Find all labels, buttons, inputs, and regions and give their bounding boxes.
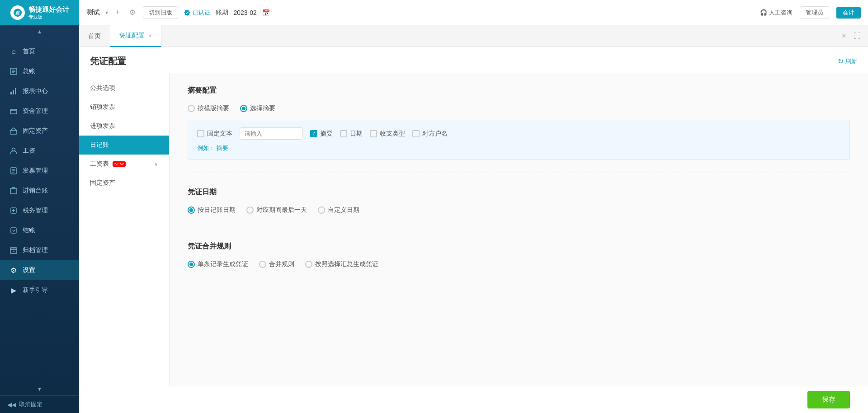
merge-select-radio[interactable]	[305, 261, 312, 268]
sidebar-item-invoice[interactable]: 发票管理	[0, 161, 79, 181]
left-nav: 公共选项 销项发票 进项发票 日记账 工资表 NEW ∨ 固定资产	[79, 73, 170, 413]
calendar-icon[interactable]: 📅	[262, 9, 270, 16]
sidebar-item-ledger-label: 总账	[23, 67, 35, 75]
sidebar-item-reports[interactable]: 报表中心	[0, 81, 79, 101]
left-nav-payroll[interactable]: 工资表 NEW ∨	[79, 155, 169, 174]
summary-check-label: 摘要	[320, 130, 333, 138]
merge-single-option[interactable]: 单条记录生成凭证	[188, 260, 248, 268]
old-version-btn[interactable]: 切到旧版	[143, 6, 178, 19]
sidebar-scroll-down[interactable]: ▼	[0, 383, 79, 395]
config-area: 摘要配置 按模版摘要 选择摘要 固定文本	[170, 73, 868, 413]
tab-config[interactable]: 凭证配置 ×	[110, 25, 161, 47]
date-lastday-option[interactable]: 对应期间最后一天	[246, 206, 307, 214]
sidebar-item-guide-label: 新手引导	[23, 286, 48, 294]
counterparty-check-option[interactable]: 对方户名	[412, 130, 448, 138]
sidebar-item-settings[interactable]: ⚙ 设置	[0, 260, 79, 280]
left-nav-payroll-label: 工资表	[90, 160, 109, 168]
sidebar-item-assets[interactable]: 固定资产	[0, 121, 79, 141]
project-name: 测试	[86, 8, 100, 17]
summary-select-radio[interactable]	[240, 105, 247, 112]
sidebar-pin-btn[interactable]: ◀◀ 取消固定	[0, 395, 79, 413]
home-icon: ⌂	[9, 47, 18, 56]
merge-section: 凭证合并规则 单条记录生成凭证 合并规则 按照选择汇总生成凭证	[188, 242, 850, 281]
fixed-text-checkbox[interactable]	[197, 130, 204, 137]
refresh-btn[interactable]: ↻ 刷新	[838, 57, 857, 66]
sidebar-item-invoice-label: 发票管理	[23, 167, 48, 175]
cashtype-checkbox[interactable]	[370, 130, 377, 137]
left-nav-public[interactable]: 公共选项	[79, 79, 169, 98]
sidebar-item-close[interactable]: 结账	[0, 221, 79, 240]
left-nav-purchase[interactable]: 进项发票	[79, 117, 169, 136]
main-content: 凭证配置 ↻ 刷新 公共选项 销项发票 进项发票 日记账 工资表 NEW	[79, 47, 868, 413]
fixed-text-option[interactable]: 固定文本	[197, 130, 232, 138]
summary-template-radio[interactable]	[188, 105, 195, 112]
refresh-label: 刷新	[845, 57, 857, 66]
sidebar-item-ledger[interactable]: 总账	[0, 61, 79, 81]
svg-text:财: 财	[15, 10, 20, 15]
merge-rule-option[interactable]: 合并规则	[259, 260, 294, 268]
purchase-icon	[9, 186, 18, 195]
cashtype-check-option[interactable]: 收支类型	[370, 130, 405, 138]
chevron-down-icon: ∨	[154, 161, 158, 167]
left-nav-public-label: 公共选项	[90, 84, 115, 92]
consult-label: 人工咨询	[769, 9, 793, 17]
admin-btn[interactable]: 管理员	[800, 6, 829, 19]
merge-select-option[interactable]: 按照选择汇总生成凭证	[305, 260, 378, 268]
fixed-text-input[interactable]	[240, 127, 303, 140]
add-project-btn[interactable]: +	[113, 6, 122, 19]
counterparty-checkbox[interactable]	[412, 130, 420, 137]
headset-icon: 🎧	[760, 9, 767, 16]
sidebar-item-fund[interactable]: 资金管理	[0, 101, 79, 121]
sidebar-item-close-label: 结账	[23, 226, 35, 235]
consult-btn[interactable]: 🎧 人工咨询	[760, 9, 793, 17]
summary-check-option[interactable]: 摘要	[310, 130, 333, 138]
refresh-icon: ↻	[838, 57, 844, 66]
merge-rule-radio[interactable]	[259, 261, 266, 268]
project-dropdown-icon[interactable]: ▾	[105, 9, 108, 16]
merge-single-label: 单条记录生成凭证	[198, 260, 248, 268]
sidebar-scroll-up[interactable]: ▲	[0, 25, 79, 38]
save-btn[interactable]: 保存	[807, 391, 850, 408]
sidebar-item-archive[interactable]: 归档管理	[0, 240, 79, 260]
date-checkbox[interactable]	[340, 130, 347, 137]
summary-options-box: 固定文本 摘要 日期 收支类型	[188, 120, 850, 160]
close-account-icon	[9, 226, 18, 235]
left-nav-journal[interactable]: 日记账	[79, 136, 169, 155]
date-check-option[interactable]: 日期	[340, 130, 363, 138]
sidebar-item-payroll[interactable]: 工资	[0, 141, 79, 161]
sidebar-item-home[interactable]: ⌂ 首页	[0, 42, 79, 61]
date-radio-group: 按日记账日期 对应期间最后一天 自定义日期	[188, 206, 850, 214]
date-journal-option[interactable]: 按日记账日期	[188, 206, 236, 214]
sidebar-nav: ⌂ 首页 总账 报表中心 资金管理 固定资产	[0, 38, 79, 383]
date-check-label: 日期	[350, 130, 363, 138]
date-custom-option[interactable]: 自定义日期	[318, 206, 359, 214]
date-custom-radio[interactable]	[318, 206, 325, 214]
tab-home[interactable]: 首页	[79, 25, 110, 47]
tab-close-all-btn[interactable]: ×	[840, 29, 848, 42]
sidebar-item-tax[interactable]: 税务管理	[0, 201, 79, 221]
example-text: 例如： 摘要	[197, 144, 840, 152]
reports-icon	[9, 87, 18, 96]
sidebar-item-purchase[interactable]: 进销台账	[0, 181, 79, 201]
merge-single-radio[interactable]	[188, 261, 195, 268]
summary-select-option[interactable]: 选择摘要	[240, 104, 275, 113]
sidebar-logo[interactable]: 财 畅捷通好会计 专业版	[0, 0, 79, 25]
sidebar: 财 畅捷通好会计 专业版 ▲ ⌂ 首页 总账 报表中心 资	[0, 0, 79, 413]
date-section: 凭证日期 按日记账日期 对应期间最后一天 自定义日期	[188, 188, 850, 227]
period-label: 账期	[216, 9, 228, 17]
left-nav-sales-label: 销项发票	[90, 103, 115, 111]
accountant-btn[interactable]: 会计	[836, 7, 861, 19]
summary-checkbox[interactable]	[310, 130, 317, 137]
date-lastday-radio[interactable]	[246, 206, 254, 214]
sidebar-item-guide[interactable]: ▶ 新手引导	[0, 280, 79, 300]
left-nav-sales[interactable]: 销项发票	[79, 98, 169, 117]
sidebar-item-assets-label: 固定资产	[23, 127, 48, 135]
date-journal-radio[interactable]	[188, 206, 195, 214]
header-settings-btn[interactable]: ⚙	[127, 6, 137, 19]
left-nav-journal-label: 日记账	[90, 141, 109, 149]
left-nav-fixed[interactable]: 固定资产	[79, 174, 169, 192]
logo-title: 畅捷通好会计	[28, 5, 69, 14]
tab-expand-btn[interactable]: ⛶	[852, 30, 863, 42]
tab-close-icon[interactable]: ×	[148, 32, 152, 39]
summary-template-option[interactable]: 按模版摘要	[188, 104, 229, 113]
